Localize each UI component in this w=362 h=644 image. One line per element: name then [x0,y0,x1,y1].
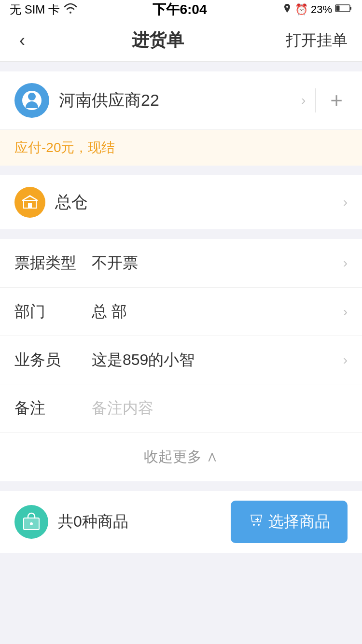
notice-bar: 应付-20元，现结 [0,130,362,166]
department-label: 部门 [14,301,92,322]
nav-bar: ‹ 进货单 打开挂单 [0,19,362,62]
battery-text: 23% [311,3,332,16]
avatar-icon [22,91,42,110]
svg-rect-1 [336,6,339,11]
department-chevron-icon: › [343,304,348,320]
svg-rect-2 [350,7,351,10]
invoice-type-label: 票据类型 [14,252,92,274]
status-bar: 无 SIM 卡 下午6:04 ⏰ 23% [0,0,362,19]
form-section: 票据类型 不开票 › 部门 总 部 › 业务员 这是859的小智 › 备注 备注… [0,239,362,481]
status-left: 无 SIM 卡 [10,2,77,17]
warehouse-icon [14,187,45,218]
svg-rect-3 [28,203,32,208]
section-gap-1 [0,62,362,71]
product-count: 共0种商品 [58,511,221,532]
background-fill [0,553,362,644]
svg-point-8 [258,524,260,526]
supplier-row[interactable]: 河南供应商22 › + [0,71,362,130]
warehouse-row[interactable]: 总仓 › [0,175,362,229]
remark-row[interactable]: 备注 备注内容 [0,384,362,432]
supplier-name: 河南供应商22 [59,89,301,112]
svg-point-6 [30,522,33,525]
product-icon [14,505,48,539]
add-button[interactable]: + [325,88,348,112]
back-button[interactable]: ‹ [14,26,30,56]
invoice-type-value: 不开票 [92,252,343,274]
salesperson-value: 这是859的小智 [92,350,343,371]
select-product-label: 选择商品 [268,511,330,532]
open-pending-button[interactable]: 打开挂单 [286,30,348,51]
department-value: 总 部 [92,301,343,322]
alarm-icon: ⏰ [295,3,308,16]
battery-icon [335,3,352,16]
salesperson-label: 业务员 [14,350,92,371]
location-icon [282,3,292,16]
vertical-divider [315,88,316,112]
collapse-button[interactable]: 收起更多 ∧ [0,432,362,481]
section-gap-3 [0,229,362,239]
salesperson-chevron-icon: › [343,352,348,368]
remark-label: 备注 [14,398,92,419]
warehouse-chevron-icon: › [343,195,348,210]
sim-status: 无 SIM 卡 [10,2,60,17]
cart-icon [248,512,264,532]
nav-title: 进货单 [132,28,184,52]
department-row[interactable]: 部门 总 部 › [0,287,362,336]
section-gap-2 [0,166,362,175]
notice-text: 应付-20元，现结 [14,140,115,155]
collapse-label: 收起更多 ∧ [144,448,218,464]
invoice-type-row[interactable]: 票据类型 不开票 › [0,239,362,287]
supplier-actions: › + [301,88,348,112]
avatar [14,83,49,118]
warehouse-name: 总仓 [55,191,343,213]
svg-point-7 [253,524,255,526]
supplier-chevron-icon: › [301,93,306,108]
invoice-type-chevron-icon: › [343,255,348,271]
status-time: 下午6:04 [153,0,207,19]
bottom-bar: 共0种商品 选择商品 [0,491,362,553]
remark-placeholder: 备注内容 [92,398,348,419]
wifi-icon [64,3,77,16]
salesperson-row[interactable]: 业务员 这是859的小智 › [0,336,362,384]
section-gap-4 [0,481,362,491]
select-product-button[interactable]: 选择商品 [231,501,348,543]
supplier-section: 河南供应商22 › + 应付-20元，现结 [0,71,362,166]
status-right: ⏰ 23% [282,3,352,16]
